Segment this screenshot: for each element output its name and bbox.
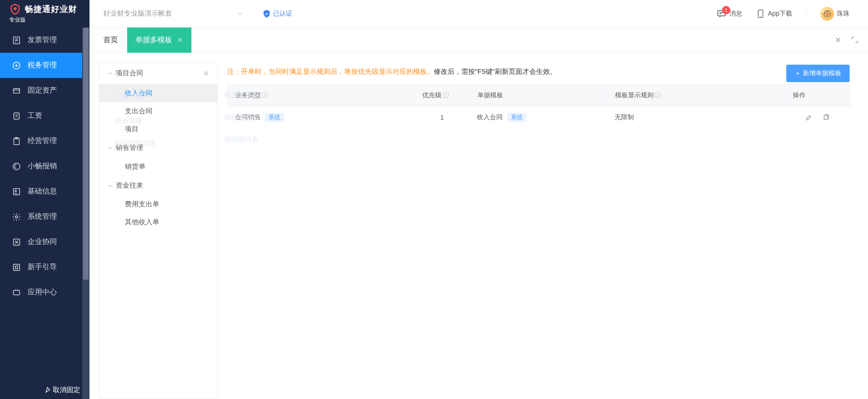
verify-label: 已认证 [273, 10, 292, 18]
svg-point-12 [15, 190, 17, 191]
svg-point-0 [14, 7, 17, 11]
tab-label: 首页 [103, 35, 118, 45]
brand-sub: 专业版 [9, 16, 90, 24]
chevron-down-icon [107, 183, 113, 188]
sidebar-item-invoice[interactable]: 发票管理 [0, 28, 90, 53]
sidebar-item-assets[interactable]: 固定资产 [0, 78, 90, 103]
sidebar-item-baseinfo[interactable]: 基础信息 [0, 179, 90, 204]
messages-button[interactable]: 消息 1 [717, 9, 742, 19]
brand-name: 畅捷通好业财 [25, 4, 77, 15]
panel-group-sales[interactable]: 销售管理 [99, 138, 218, 158]
sidebar-item-label: 发票管理 [28, 35, 57, 45]
account-selector[interactable]: 好业财专业版演示帐套 [103, 9, 244, 18]
sidebar-item-tax[interactable]: 税务管理 [0, 53, 90, 78]
sidebar-item-label: 基础信息 [28, 187, 57, 196]
sidebar-item-guide[interactable]: 新手引导 [0, 255, 90, 280]
copy-icon[interactable] [823, 114, 830, 121]
panel-title: 项目合同 [116, 69, 143, 78]
logo-zone: 畅捷通好业财 专业版 [0, 0, 90, 28]
sidebar-item-system[interactable]: 系统管理 [0, 204, 90, 229]
cell-actions [785, 106, 850, 129]
messages-label: 消息 [729, 10, 742, 18]
close-icon[interactable] [177, 37, 183, 43]
scrollbar-thumb[interactable] [83, 28, 89, 280]
help-icon[interactable]: ⓘ [655, 91, 661, 99]
user-menu[interactable]: 🐵 珠珠 [820, 7, 850, 21]
chevron-down-icon [236, 10, 244, 17]
table-row: 合同销售 系统 1 收入合同 系统 无限制 [228, 106, 850, 129]
svg-point-10 [13, 163, 20, 170]
help-icon[interactable]: ⓘ [442, 91, 449, 99]
messages-badge: 1 [722, 6, 730, 14]
sidebar-item-collab[interactable]: 企业协同 [0, 229, 90, 255]
tree-item-other-income[interactable]: 其他收入单 [99, 213, 218, 231]
sidebar-item-apps[interactable]: 应用中心 [0, 280, 90, 305]
gear-icon [12, 212, 21, 222]
cell-biz-type: 合同销售 系统 [228, 106, 415, 129]
content: 项目合同 收入合同 支出合同 项目 销售管理 销货单 资金往来 费用支出单 其他… [90, 53, 868, 399]
sidebar-item-expense[interactable]: 小畅报销 [0, 154, 90, 179]
add-template-button[interactable]: ＋ 新增单据模板 [786, 65, 850, 82]
notice-bar: 注：开单时，当同时满足显示规则后，将按优先级显示对应的模板。 修改后，需按"F5… [227, 67, 850, 76]
edit-icon[interactable] [805, 114, 812, 121]
sidebar-unpin[interactable]: 取消固定 [0, 381, 90, 399]
user-name: 珠珠 [837, 10, 850, 18]
app-header: 畅捷通好业财 专业版 好业财专业版演示帐套 已认证 消息 1 App下载 [0, 0, 868, 28]
tree-item-expense-contract[interactable]: 支出合同 [99, 102, 218, 120]
panel-group-contract[interactable]: 项目合同 [107, 69, 143, 78]
sidebar-scrollbar[interactable] [82, 28, 90, 399]
salary-icon [12, 111, 21, 121]
th-template: 单据模板 [470, 85, 607, 106]
th-actions: 操作 [785, 85, 850, 106]
mobile-icon [756, 9, 765, 18]
verify-badge: 已认证 [262, 9, 292, 18]
th-biz-type: 业务类型ⓘ [228, 85, 415, 106]
tree-item-income-contract[interactable]: 收入合同 [99, 84, 218, 102]
tree-item-expense-bill[interactable]: 费用支出单 [99, 195, 218, 213]
tree-item-project[interactable]: 项目 [99, 120, 218, 138]
cell-rule: 无限制 [607, 106, 785, 129]
clipboard-icon [12, 137, 21, 146]
left-panel: 项目合同 收入合同 支出合同 项目 销售管理 销货单 资金往来 费用支出单 其他… [99, 62, 218, 399]
cell-template: 收入合同 系统 [470, 106, 607, 129]
help-icon[interactable]: ⓘ [262, 91, 268, 99]
sidebar-item-label: 新手引导 [28, 262, 57, 272]
tree-item-sales-order[interactable]: 销货单 [99, 158, 218, 176]
svg-point-13 [16, 216, 18, 218]
collapse-icon[interactable] [202, 70, 209, 77]
tag-system: 系统 [265, 113, 284, 122]
tab-active[interactable]: 单据多模板 [127, 28, 191, 53]
collab-icon [12, 238, 21, 247]
right-panel: 注：开单时，当同时满足显示规则后，将按优先级显示对应的模板。 修改后，需按"F5… [218, 62, 859, 399]
sidebar-item-label: 小畅报销 [28, 161, 57, 171]
notice-dark: 修改后，需按"F5键"刷新页面才会生效。 [434, 67, 557, 76]
app-download-button[interactable]: App下载 [756, 9, 792, 18]
account-name: 好业财专业版演示帐套 [103, 9, 172, 18]
th-rule: 模板显示规则ⓘ [607, 85, 785, 106]
cell-priority: 1 [414, 106, 470, 129]
tax-icon [12, 61, 21, 70]
info-icon [12, 187, 21, 196]
sidebar-item-label: 经营管理 [28, 136, 57, 146]
sidebar-item-management[interactable]: 经营管理 [0, 128, 90, 154]
sidebar-item-label: 企业协同 [28, 237, 57, 247]
sidebar-item-salary[interactable]: 工资 [0, 103, 90, 128]
svg-point-3 [760, 16, 761, 17]
sidebar-item-label: 工资 [28, 111, 42, 121]
unpin-label: 取消固定 [53, 386, 80, 394]
tab-home[interactable]: 首页 [103, 28, 118, 53]
sidebar-item-label: 应用中心 [28, 288, 57, 297]
ghost-text: 纳税统计表 [224, 135, 259, 144]
apps-icon [12, 288, 21, 297]
avatar: 🐵 [820, 7, 834, 21]
tabs-close-all-icon[interactable] [834, 36, 842, 44]
sidebar: 发票管理 税务管理 固定资产 工资 经营管理 小畅报销 基础信息 系统管理 企业… [0, 28, 90, 399]
divider [806, 8, 806, 19]
panel-group-funds[interactable]: 资金往来 [99, 176, 218, 195]
svg-rect-7 [14, 113, 19, 119]
assets-icon [12, 86, 21, 95]
tag-system: 系统 [507, 113, 526, 122]
svg-rect-6 [13, 89, 19, 93]
add-label: 新增单据模板 [803, 69, 841, 78]
tabs-expand-icon[interactable] [851, 36, 859, 44]
